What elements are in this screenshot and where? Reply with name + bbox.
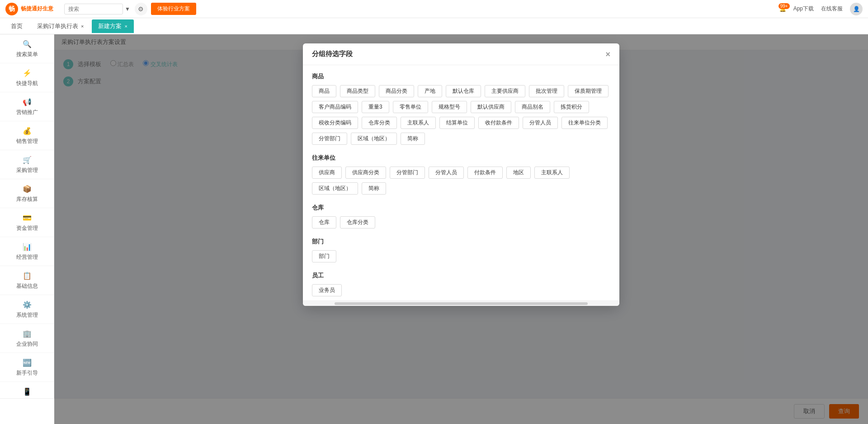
sidebar-item-basic-info[interactable]: 📋 基础信息 [0,266,54,295]
field-tag-goods-21[interactable]: 往来单位分类 [561,117,608,129]
sidebar-item-inventory[interactable]: 📦 库存核算 [0,179,54,208]
modal-overlay: 分组待选字段 × 商品商品商品类型商品分类产地默认仓库主要供应商批次管理保质期管… [54,34,868,424]
field-tag-goods-1[interactable]: 商品类型 [340,85,375,97]
field-tag-goods-16[interactable]: 仓库分类 [362,117,397,129]
modal: 分组待选字段 × 商品商品商品类型商品分类产地默认仓库主要供应商批次管理保质期管… [303,43,619,306]
sidebar-label-basic-info: 基础信息 [16,282,38,290]
sidebar-icon-purchase: 🛒 [22,155,32,165]
sidebar: 🔍 搜索菜单 ⚡ 快捷导航 📢 营销推广 💰 销售管理 🛒 采购管理 📦 库存核… [0,34,54,424]
field-tag-partner-1[interactable]: 供应商分类 [345,167,386,179]
content-area: 采购订单执行表方案设置 1 选择模板 汇总表 交叉统计表 2 方案配置 [54,34,868,424]
dropdown-button[interactable]: ▼ [123,4,132,14]
field-tag-partner-6[interactable]: 主联系人 [534,167,570,179]
section-title-staff: 员工 [312,272,610,280]
field-tag-warehouse-0[interactable]: 仓库 [312,216,336,229]
tab-home[interactable]: 首页 [5,19,29,33]
gear-button[interactable]: ⚙ [135,3,147,15]
field-tag-goods-19[interactable]: 收付款条件 [478,117,519,129]
tab-new-plan[interactable]: 新建方案× [92,19,133,33]
sidebar-item-finance[interactable]: 💳 资金管理 [0,208,54,237]
field-tag-goods-3[interactable]: 产地 [418,85,442,97]
field-tags-department: 部门 [312,250,610,262]
field-tag-staff-0[interactable]: 业务员 [312,284,342,296]
field-tag-goods-7[interactable]: 保质期管理 [568,85,609,97]
sidebar-label-enterprise: 企业协同 [16,340,38,348]
sidebar-icon-system: ⚙️ [22,300,32,310]
sidebar-item-guide[interactable]: 🆕 新手引导 [0,353,54,382]
field-tag-goods-6[interactable]: 批次管理 [529,85,564,97]
field-tag-goods-20[interactable]: 分管人员 [523,117,558,129]
field-tag-goods-14[interactable]: 拣货积分 [554,101,589,113]
field-tag-partner-8[interactable]: 简称 [362,182,386,195]
field-tag-goods-10[interactable]: 零售单位 [393,101,428,113]
field-tag-partner-0[interactable]: 供应商 [312,167,342,179]
field-tag-partner-7[interactable]: 区域（地区） [312,182,358,195]
modal-body[interactable]: 商品商品商品类型商品分类产地默认仓库主要供应商批次管理保质期管理客户商品编码重量… [303,65,619,300]
tab-close-icon[interactable]: × [124,24,127,29]
sidebar-label-guide: 新手引导 [16,369,38,377]
modal-close-button[interactable]: × [605,50,610,58]
section-staff: 员工业务员 [312,272,610,296]
field-tag-goods-15[interactable]: 税收分类编码 [312,117,358,129]
trial-button[interactable]: 体验行业方案 [151,3,196,15]
online-service[interactable]: 在线客服 [821,5,843,13]
logo-icon: 畅 [5,3,18,15]
search-input[interactable] [64,4,123,14]
field-tag-partner-3[interactable]: 分管人员 [429,167,464,179]
sidebar-label-quick-nav: 快捷导航 [16,80,38,87]
field-tag-goods-2[interactable]: 商品分类 [379,85,414,97]
field-tag-goods-23[interactable]: 区域（地区） [351,133,397,145]
sidebar-icon-app-center: 📱 [22,386,32,396]
sidebar-item-system[interactable]: ⚙️ 系统管理 [0,295,54,324]
sidebar-item-enterprise[interactable]: 🏢 企业协同 [0,324,54,353]
field-tags-goods: 商品商品类型商品分类产地默认仓库主要供应商批次管理保质期管理客户商品编码重量3零… [312,85,610,145]
field-tag-goods-12[interactable]: 默认供应商 [471,101,511,113]
sidebar-label-sales: 销售管理 [16,138,38,145]
field-tag-warehouse-1[interactable]: 仓库分类 [340,216,375,229]
tab-label: 首页 [11,22,23,30]
tab-close-icon[interactable]: × [81,24,84,29]
tab-purchase-list[interactable]: 采购订单执行表× [31,19,90,33]
sidebar-item-sales[interactable]: 💰 销售管理 [0,121,54,150]
field-tag-goods-13[interactable]: 商品别名 [515,101,550,113]
field-tags-warehouse: 仓库仓库分类 [312,216,610,229]
field-tag-goods-0[interactable]: 商品 [312,85,336,97]
field-tag-goods-11[interactable]: 规格型号 [432,101,467,113]
field-tag-partner-5[interactable]: 地区 [506,167,531,179]
sidebar-item-business[interactable]: 📊 经营管理 [0,237,54,266]
field-tag-goods-9[interactable]: 重量3 [362,101,389,113]
section-title-goods: 商品 [312,72,610,81]
field-tag-goods-24[interactable]: 简称 [401,133,425,145]
top-right: 🔔 99+ App下载 在线客服 👤 [779,3,863,15]
field-tag-department-0[interactable]: 部门 [312,250,336,262]
modal-hscroll[interactable] [303,300,619,306]
sidebar-icon-basic-info: 📋 [22,271,32,281]
field-tag-goods-8[interactable]: 客户商品编码 [312,101,358,113]
field-tag-partner-4[interactable]: 付款条件 [467,167,503,179]
notification-badge[interactable]: 🔔 99+ [779,6,786,12]
sidebar-icon-sales: 💰 [22,126,32,136]
sidebar-label-finance: 资金管理 [16,224,38,232]
sidebar-label-search-menu: 搜索菜单 [16,51,38,58]
sidebar-item-purchase[interactable]: 🛒 采购管理 [0,150,54,179]
field-tag-goods-5[interactable]: 主要供应商 [485,85,525,97]
avatar[interactable]: 👤 [850,3,863,15]
top-search: ▼ ⚙ [64,3,147,15]
field-tag-goods-22[interactable]: 分管部门 [312,133,347,145]
field-tag-goods-17[interactable]: 主联系人 [401,117,436,129]
field-tag-partner-2[interactable]: 分管部门 [390,167,425,179]
sidebar-item-search-menu[interactable]: 🔍 搜索菜单 [0,34,54,63]
modal-title: 分组待选字段 [312,50,353,58]
field-tag-goods-18[interactable]: 结算单位 [439,117,475,129]
sidebar-item-quick-nav[interactable]: ⚡ 快捷导航 [0,63,54,92]
app-download[interactable]: App下载 [793,5,814,13]
sidebar-item-marketing[interactable]: 📢 营销推广 [0,92,54,121]
top-bar: 畅 畅捷通好生意 ▼ ⚙ 体验行业方案 🔔 99+ App下载 在线客服 👤 [0,0,868,18]
field-tag-goods-4[interactable]: 默认仓库 [446,85,481,97]
sidebar-icon-quick-nav: ⚡ [22,68,32,78]
sidebar-label-purchase: 采购管理 [16,167,38,174]
sidebar-icon-finance: 💳 [22,213,32,223]
section-title-partner: 往来单位 [312,154,610,162]
sidebar-icon-guide: 🆕 [22,357,32,367]
section-partner: 往来单位供应商供应商分类分管部门分管人员付款条件地区主联系人区域（地区）简称 [312,154,610,195]
